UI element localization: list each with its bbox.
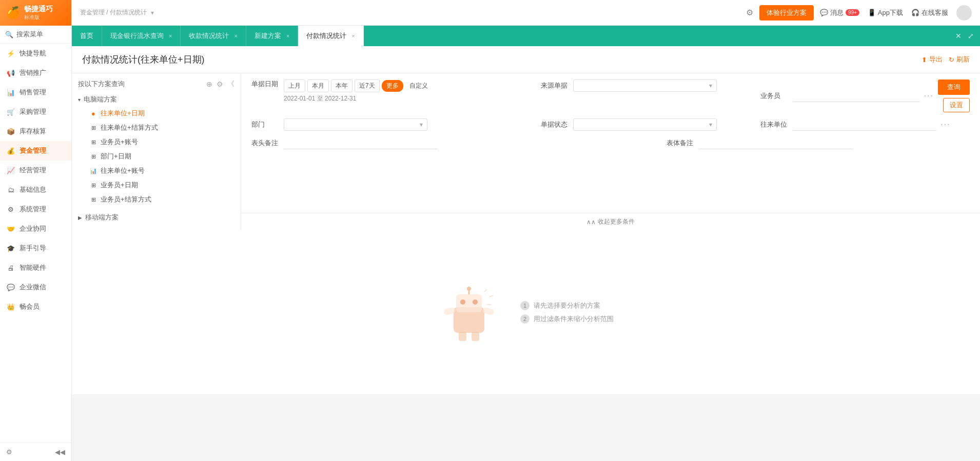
sidebar-item-enterprise[interactable]: 🤝 企业协同 xyxy=(0,219,71,238)
scheme-item-salesman-date[interactable]: ⊞ 业务员+日期 xyxy=(86,178,234,192)
settings-btn[interactable]: 设置 xyxy=(943,98,970,112)
online-service-btn[interactable]: 🎧 在线客服 xyxy=(911,8,948,17)
tab-bank-flow[interactable]: 现金银行流水查询 × xyxy=(102,26,181,46)
export-btn[interactable]: ⬆ 导出 xyxy=(922,55,943,64)
sidebar-item-member[interactable]: 👑 畅会员 xyxy=(0,297,71,316)
date-btn-this-year[interactable]: 本年 xyxy=(331,79,352,92)
scheme-item-counterparty-date[interactable]: ● 往来单位+日期 xyxy=(86,106,234,121)
date-btn-custom[interactable]: 自定义 xyxy=(405,80,432,92)
scheme-pc-list: ● 往来单位+日期 ⊞ 往来单位+结算方式 ⊞ 业务员+账号 ⊞ xyxy=(86,106,234,207)
window-maximize-btn[interactable]: ⤢ xyxy=(968,32,974,40)
date-btn-last-month[interactable]: 上月 xyxy=(284,79,305,92)
tab-payment-stat-close[interactable]: × xyxy=(351,33,355,39)
main-content: 资金管理 / 付款情况统计 ▾ ⚙ 体验行业方案 💬 消息 99+ 📱 App下… xyxy=(72,0,980,461)
tab-receipt-stat-close[interactable]: × xyxy=(234,33,237,39)
counterparty-dots[interactable]: ··· xyxy=(940,120,950,129)
app-download-label: App下载 xyxy=(878,8,903,17)
tip-num-2: 2 xyxy=(520,314,530,324)
svg-rect-7 xyxy=(472,332,479,341)
sidebar-item-label: 营销推广 xyxy=(19,68,46,77)
sidebar-item-operation[interactable]: 📈 经营管理 xyxy=(0,161,71,180)
scheme-item-dept-date[interactable]: ⊞ 部门+日期 xyxy=(86,149,234,164)
scheme-table-icon: ⊞ xyxy=(89,124,97,132)
filter-row-1: 单据日期 上月 本月 本年 近7天 更多 自定义 20 xyxy=(251,79,970,112)
sidebar-item-label: 经营管理 xyxy=(19,166,46,175)
tab-bar: 首页 现金银行流水查询 × 收款情况统计 × 新建方案 × 付款情况统计 × ✕… xyxy=(72,26,980,46)
sidebar-item-system[interactable]: ⚙ 系统管理 xyxy=(0,199,71,219)
header-gear-icon[interactable]: ⚙ xyxy=(746,8,753,17)
scheme-settings-icon[interactable]: ⚙ xyxy=(217,80,223,88)
sidebar-search[interactable]: 🔍 搜索菜单 xyxy=(0,26,71,44)
tab-receipt-stat-label: 收款情况统计 xyxy=(189,31,229,41)
scheme-pc-group-title[interactable]: ▾ 电脑端方案 xyxy=(78,93,234,106)
refresh-btn[interactable]: ↻ 刷新 xyxy=(949,55,970,64)
sidebar-item-label: 系统管理 xyxy=(19,205,46,214)
tab-new-scheme[interactable]: 新建方案 × xyxy=(246,26,298,46)
sidebar-item-guide[interactable]: 🎓 新手引导 xyxy=(0,238,71,258)
sidebar-item-sales[interactable]: 📊 销售管理 xyxy=(0,83,71,102)
counterparty-input[interactable] xyxy=(793,118,936,131)
sidebar-item-label: 企业协同 xyxy=(19,224,46,233)
footer-settings-icon[interactable]: ⚙ xyxy=(6,448,12,456)
filter-main-area: 单据日期 上月 本月 本年 近7天 更多 自定义 20 xyxy=(241,73,980,230)
scheme-item-counterparty-account[interactable]: 📊 往来单位+账号 xyxy=(86,164,234,178)
sidebar-item-marketing[interactable]: 📢 营销推广 xyxy=(0,63,71,83)
sidebar-item-label: 销售管理 xyxy=(19,88,46,97)
sidebar-item-wechat[interactable]: 💬 企业微信 xyxy=(0,277,71,297)
tab-receipt-stat[interactable]: 收款情况统计 × xyxy=(181,26,246,46)
sidebar-item-inventory[interactable]: 📦 库存核算 xyxy=(0,122,71,141)
operation-icon: 📈 xyxy=(6,166,15,175)
source-doc-select[interactable]: ▾ xyxy=(573,79,717,92)
user-avatar[interactable] xyxy=(956,5,972,21)
scheme-panel: 按以下方案查询 ⊕ ⚙ 《 ▾ 电脑端方案 ● 往来 xyxy=(72,73,241,230)
salesman-dots[interactable]: ··· xyxy=(924,91,934,101)
collapse-bar[interactable]: ∧∧ 收起更多条件 xyxy=(241,213,980,230)
tab-payment-stat[interactable]: 付款情况统计 × xyxy=(298,26,363,46)
body-note-input[interactable] xyxy=(699,137,853,149)
sidebar-collapse-icon[interactable]: ◀◀ xyxy=(55,448,65,456)
window-close-btn[interactable]: ✕ xyxy=(955,32,962,40)
sidebar-item-hardware[interactable]: 🖨 智能硬件 xyxy=(0,258,71,277)
date-btn-this-month[interactable]: 本月 xyxy=(307,79,329,92)
breadcrumb-dropdown-icon[interactable]: ▾ xyxy=(151,9,154,16)
tab-payment-stat-label: 付款情况统计 xyxy=(306,31,346,41)
query-btn[interactable]: 查询 xyxy=(938,79,970,95)
app-download-btn[interactable]: 📱 App下载 xyxy=(868,8,903,17)
inventory-icon: 📦 xyxy=(6,127,15,136)
scheme-collapse-icon[interactable]: 《 xyxy=(227,79,234,89)
doc-status-select[interactable]: ▾ xyxy=(573,118,717,131)
scheme-item-salesman-settle[interactable]: ⊞ 业务员+结算方式 xyxy=(86,192,234,207)
scheme-add-icon[interactable]: ⊕ xyxy=(206,80,212,88)
date-btn-last-7days[interactable]: 近7天 xyxy=(355,79,380,92)
salesman-label: 业务员 xyxy=(760,91,789,101)
tab-new-scheme-close[interactable]: × xyxy=(286,33,289,39)
notifications-btn[interactable]: 💬 消息 99+ xyxy=(820,8,859,17)
tip-text-2: 用过滤条件来缩小分析范围 xyxy=(534,314,614,324)
enterprise-icon: 🤝 xyxy=(6,224,15,233)
sidebar-item-finance[interactable]: 💰 资金管理 xyxy=(0,141,71,161)
salesman-input[interactable] xyxy=(793,90,920,102)
tab-new-scheme-label: 新建方案 xyxy=(254,31,281,41)
scheme-panel-title: 按以下方案查询 xyxy=(78,79,125,89)
scheme-table-icon: ⊞ xyxy=(89,152,97,161)
tab-home[interactable]: 首页 xyxy=(72,26,102,46)
sales-icon: 📊 xyxy=(6,88,15,97)
scheme-table-icon: ⊞ xyxy=(89,181,97,189)
scheme-item-counterparty-settle[interactable]: ⊞ 往来单位+结算方式 xyxy=(86,121,234,135)
header-note-input[interactable] xyxy=(284,137,438,149)
date-btn-more[interactable]: 更多 xyxy=(382,80,403,92)
sidebar-item-label: 基础信息 xyxy=(19,185,46,194)
sidebar-item-label: 智能硬件 xyxy=(19,263,46,272)
sidebar-logo: 🍊 畅捷通巧 标准版 xyxy=(0,0,71,26)
purchase-icon: 🛒 xyxy=(6,107,15,116)
experience-btn[interactable]: 体验行业方案 xyxy=(759,5,814,21)
sidebar-item-purchase[interactable]: 🛒 采购管理 xyxy=(0,102,71,122)
dept-select[interactable]: ▾ xyxy=(284,118,427,131)
sidebar-item-basic[interactable]: 🗂 基础信息 xyxy=(0,180,71,199)
scheme-item-salesman-account[interactable]: ⊞ 业务员+账号 xyxy=(86,135,234,149)
scheme-mobile-group-title[interactable]: ▶ 移动端方案 xyxy=(78,211,234,224)
sidebar-item-quick-nav[interactable]: ⚡ 快捷导航 xyxy=(0,44,71,63)
source-doc-label: 来源单据 xyxy=(541,81,569,90)
robot-svg xyxy=(438,287,500,343)
tab-bank-flow-close[interactable]: × xyxy=(169,33,172,39)
